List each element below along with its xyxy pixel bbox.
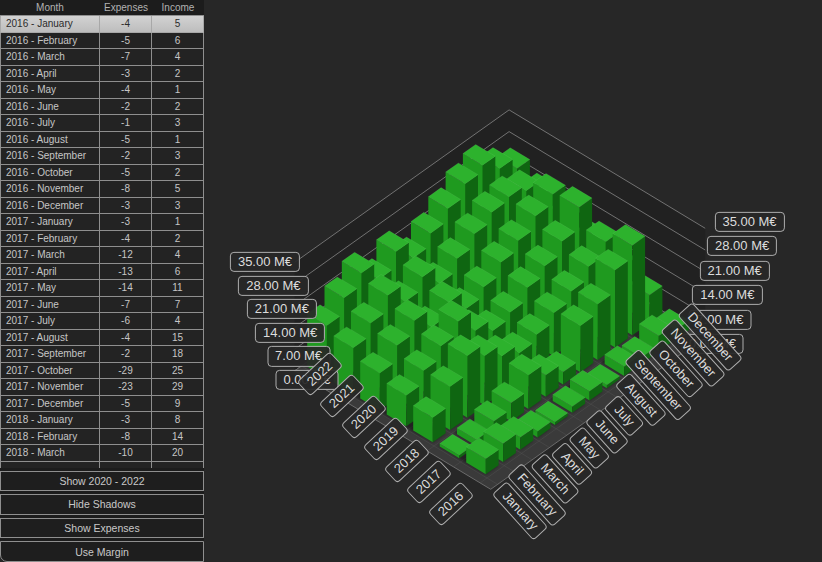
table-row[interactable]: 2017 - May-1411	[0, 280, 204, 297]
table-body: 2016 - January-452016 - February-562016 …	[0, 15, 204, 462]
income-cell: 8	[152, 412, 204, 429]
income-cell: 9	[152, 396, 204, 413]
month-cell: 2016 - February	[0, 33, 100, 50]
chart-canvas[interactable]	[204, 0, 822, 562]
table-row[interactable]: 2017 - November-2329	[0, 379, 204, 396]
table-row[interactable]: 2016 - January-45	[0, 16, 204, 33]
table-row[interactable]: 2016 - July-13	[0, 115, 204, 132]
income-cell: 2	[152, 165, 204, 182]
income-cell: 2	[152, 231, 204, 248]
month-cell: 2017 - August	[0, 330, 100, 347]
table-row[interactable]: 2016 - March-74	[0, 49, 204, 66]
expenses-cell: -10	[100, 445, 152, 462]
income-cell: 6	[152, 33, 204, 50]
expenses-cell: -3	[100, 412, 152, 429]
month-cell: 2016 - June	[0, 99, 100, 116]
table-row[interactable]: 2018 - February-814	[0, 429, 204, 446]
income-cell: 2	[152, 99, 204, 116]
data-table-panel: Month Expenses Income 2016 - January-452…	[0, 0, 204, 562]
expenses-cell: -5	[100, 396, 152, 413]
income-cell: 15	[152, 330, 204, 347]
column-header-month: Month	[0, 0, 100, 15]
table-header: Month Expenses Income	[0, 0, 204, 15]
expenses-cell: -7	[100, 49, 152, 66]
expenses-cell: -7	[100, 297, 152, 314]
income-cell: 25	[152, 363, 204, 380]
table-row[interactable]: 2016 - February-56	[0, 33, 204, 50]
expenses-cell: -4	[100, 82, 152, 99]
table-row[interactable]: 2016 - December-33	[0, 198, 204, 215]
income-cell: 4	[152, 313, 204, 330]
expenses-cell: -13	[100, 264, 152, 281]
table-row[interactable]: 2017 - December-59	[0, 396, 204, 413]
table-row[interactable]: 2017 - March-124	[0, 247, 204, 264]
income-cell: 14	[152, 429, 204, 446]
month-cell: 2017 - June	[0, 297, 100, 314]
table-row[interactable]: 2018 - January-38	[0, 412, 204, 429]
table-row[interactable]: 2017 - July-64	[0, 313, 204, 330]
expenses-cell: -8	[100, 429, 152, 446]
month-cell: 2016 - October	[0, 165, 100, 182]
show-years-button[interactable]: Show 2020 - 2022	[0, 471, 204, 492]
income-cell: 11	[152, 280, 204, 297]
month-cell: 2016 - November	[0, 181, 100, 198]
table-row[interactable]: 2017 - October-2925	[0, 363, 204, 380]
table-row[interactable]: 2017 - February-42	[0, 231, 204, 248]
expenses-cell: -2	[100, 346, 152, 363]
table-row[interactable]: 2016 - June-22	[0, 99, 204, 116]
expenses-cell: -12	[100, 247, 152, 264]
table-row[interactable]: 2016 - September-23	[0, 148, 204, 165]
table-row[interactable]: 2017 - August-415	[0, 330, 204, 347]
month-cell: 2018 - January	[0, 412, 100, 429]
expenses-cell: -5	[100, 33, 152, 50]
month-cell: 2016 - December	[0, 198, 100, 215]
income-cell: 3	[152, 198, 204, 215]
income-cell: 3	[152, 148, 204, 165]
month-cell: 2017 - November	[0, 379, 100, 396]
use-margin-button[interactable]: Use Margin	[0, 541, 204, 562]
month-cell: 2017 - March	[0, 247, 100, 264]
month-cell: 2016 - July	[0, 115, 100, 132]
table-row[interactable]: 2017 - January-31	[0, 214, 204, 231]
table-row[interactable]: 2017 - April-136	[0, 264, 204, 281]
expenses-cell: -23	[100, 379, 152, 396]
column-header-expenses: Expenses	[100, 0, 152, 15]
month-cell: 2016 - September	[0, 148, 100, 165]
income-cell: 5	[152, 181, 204, 198]
month-cell: 2016 - March	[0, 49, 100, 66]
table-row[interactable]: 2017 - June-77	[0, 297, 204, 314]
table-row[interactable]: 2016 - April-32	[0, 66, 204, 83]
month-cell: 2017 - February	[0, 231, 100, 248]
month-cell: 2016 - January	[0, 16, 100, 33]
month-cell: 2016 - August	[0, 132, 100, 149]
column-header-income: Income	[152, 0, 204, 15]
income-cell: 18	[152, 346, 204, 363]
button-group: Show 2020 - 2022 Hide Shadows Show Expen…	[0, 468, 204, 562]
income-cell: 2	[152, 66, 204, 83]
income-cell: 29	[152, 379, 204, 396]
month-cell: 2017 - September	[0, 346, 100, 363]
expenses-cell: -5	[100, 132, 152, 149]
month-cell: 2017 - July	[0, 313, 100, 330]
chart-3d-area[interactable]: 0.00 M€7.00 M€14.00 M€21.00 M€28.00 M€35…	[204, 0, 822, 562]
income-cell: 7	[152, 297, 204, 314]
month-cell: 2017 - April	[0, 264, 100, 281]
month-cell: 2017 - December	[0, 396, 100, 413]
expenses-cell: -29	[100, 363, 152, 380]
income-cell: 4	[152, 49, 204, 66]
table-row[interactable]: 2017 - September-218	[0, 346, 204, 363]
month-cell: 2017 - January	[0, 214, 100, 231]
show-expenses-button[interactable]: Show Expenses	[0, 518, 204, 539]
hide-shadows-button[interactable]: Hide Shadows	[0, 494, 204, 515]
expenses-cell: -4	[100, 16, 152, 33]
income-cell: 20	[152, 445, 204, 462]
table-row[interactable]: 2018 - March-1020	[0, 445, 204, 462]
table-row[interactable]: 2016 - May-41	[0, 82, 204, 99]
month-cell: 2018 - March	[0, 445, 100, 462]
income-cell: 1	[152, 132, 204, 149]
table-row[interactable]: 2016 - November-85	[0, 181, 204, 198]
table-row[interactable]: 2016 - August-51	[0, 132, 204, 149]
expenses-cell: -5	[100, 165, 152, 182]
table-row[interactable]: 2016 - October-52	[0, 165, 204, 182]
expenses-cell: -4	[100, 231, 152, 248]
